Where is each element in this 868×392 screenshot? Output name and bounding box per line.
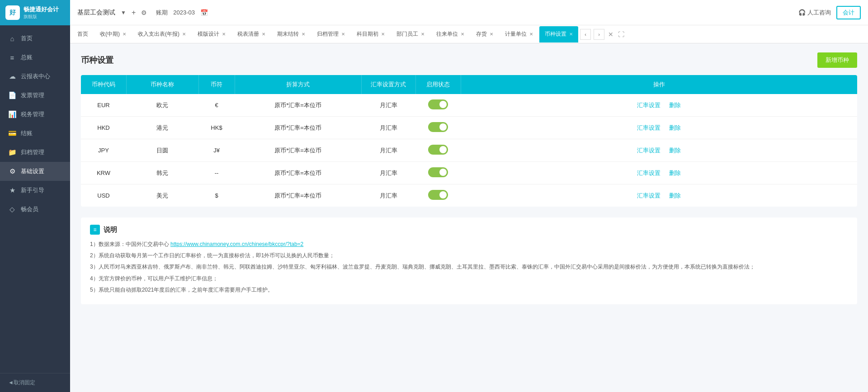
tab-close-dept[interactable]: ✕	[421, 32, 425, 37]
topbar: 基层工会测试 ▼ + ⚙ 账期 2023-03 📅 🎧 人工咨询 会计	[70, 0, 868, 25]
guide-icon: ★	[8, 186, 16, 194]
cell-action-3: 汇率设置 删除	[461, 162, 857, 184]
table-row: KRW 韩元 -- 原币*汇率=本位币 月汇率 汇率设置 删除	[81, 162, 857, 184]
tab-close-tax[interactable]: ✕	[262, 32, 265, 37]
tab-currency[interactable]: 币种设置 ✕	[539, 26, 578, 43]
help-button[interactable]: 🎧 人工咨询	[798, 9, 831, 17]
add-button[interactable]: +	[132, 9, 136, 17]
delete-link-2[interactable]: 删除	[669, 147, 681, 154]
tab-close-period[interactable]: ✕	[123, 32, 126, 37]
cell-symbol-1: HK$	[198, 117, 235, 139]
tab-template[interactable]: 模版设计 ✕	[192, 26, 231, 43]
rate-setting-link-1[interactable]: 汇率设置	[637, 124, 660, 131]
tab-tax[interactable]: 税表清册 ✕	[232, 26, 271, 43]
delete-link-1[interactable]: 删除	[669, 124, 681, 131]
cell-code-4: USD	[81, 184, 126, 207]
toggle-switch-3[interactable]	[428, 167, 448, 177]
tab-close-partner[interactable]: ✕	[461, 32, 464, 37]
tab-close-unit[interactable]: ✕	[529, 32, 533, 37]
rate-setting-link-2[interactable]: 汇率设置	[637, 147, 660, 154]
note-item: 3）人民币对马来西亚林吉特、俄罗斯卢布、南非兰特、韩元、阿联酋迪拉姆、沙特里亚尔…	[90, 263, 848, 271]
headset-icon: 🎧	[798, 9, 806, 16]
tab-closing[interactable]: 期末结转 ✕	[272, 26, 311, 43]
toggle-switch-2[interactable]	[428, 145, 448, 155]
tab-income[interactable]: 收入支出表(年报) ✕	[132, 26, 191, 43]
cell-action-4: 汇率设置 删除	[461, 184, 857, 207]
topbar-right: 🎧 人工咨询 会计	[798, 6, 861, 19]
rate-setting-link-3[interactable]: 汇率设置	[637, 170, 660, 176]
cell-rate-type-4: 月汇率	[361, 184, 415, 207]
tab-archive[interactable]: 归档管理 ✕	[311, 26, 350, 43]
tab-close-template[interactable]: ✕	[222, 32, 226, 37]
rate-setting-link-4[interactable]: 汇率设置	[637, 192, 660, 199]
tab-nav-prev[interactable]: ‹	[580, 29, 591, 40]
page-header: 币种设置 新增币种	[81, 52, 857, 68]
tab-subject[interactable]: 科目期初 ✕	[351, 26, 390, 43]
header-code: 币种代码	[81, 75, 126, 94]
sidebar-item-settings[interactable]: ⚙ 基础设置	[0, 162, 70, 181]
sidebar-item-archive[interactable]: 📁 归档管理	[0, 143, 70, 162]
tab-dept[interactable]: 部门员工 ✕	[391, 26, 430, 43]
sidebar-item-tax[interactable]: 📊 税务管理	[0, 105, 70, 124]
content-area: 币种设置 新增币种 币种代码 币种名称 币符 折算方式 汇率设置方式 启用状态 …	[70, 43, 868, 392]
tab-close-subject[interactable]: ✕	[381, 32, 385, 37]
sidebar-item-ledger[interactable]: ≡ 总账	[0, 48, 70, 67]
logo-text: 畅捷通好会计 旗舰版	[24, 5, 59, 20]
cell-symbol-4: $	[198, 184, 235, 207]
header-action: 操作	[461, 75, 857, 94]
external-link[interactable]: https://www.chinamoney.com.cn/chinese/bk…	[170, 241, 303, 247]
table-row: HKD 港元 HK$ 原币*汇率=本位币 月汇率 汇率设置 删除	[81, 117, 857, 139]
toggle-switch-1[interactable]	[428, 122, 448, 132]
sidebar-item-reports[interactable]: ☁ 云报表中心	[0, 67, 70, 86]
new-currency-button[interactable]: 新增币种	[817, 52, 857, 68]
delete-link-4[interactable]: 删除	[669, 192, 681, 199]
tab-inventory[interactable]: 存货 ✕	[471, 26, 499, 43]
sidebar-item-invoice[interactable]: 📄 发票管理	[0, 86, 70, 105]
rate-setting-link-0[interactable]: 汇率设置	[637, 102, 660, 109]
close-all-tabs[interactable]: ✕	[606, 29, 615, 40]
sidebar-item-member[interactable]: ◇ 畅会员	[0, 200, 70, 219]
unpin-button[interactable]: ◄取消固定	[0, 373, 70, 392]
tab-period[interactable]: 收(中期) ✕	[94, 26, 132, 43]
cell-status-1	[415, 117, 461, 139]
cell-method-1: 原币*汇率=本位币	[235, 117, 361, 139]
notes-icon: ≡	[90, 225, 100, 235]
delete-link-3[interactable]: 删除	[669, 170, 681, 176]
cell-status-3	[415, 162, 461, 184]
calendar-icon[interactable]: 📅	[200, 9, 208, 16]
table-body: EUR 欧元 € 原币*汇率=本位币 月汇率 汇率设置 删除 HKD 港元 HK…	[81, 94, 857, 207]
delete-link-0[interactable]: 删除	[669, 102, 681, 109]
tab-partner[interactable]: 往来单位 ✕	[431, 26, 470, 43]
main-area: 基层工会测试 ▼ + ⚙ 账期 2023-03 📅 🎧 人工咨询 会计 首页 收…	[70, 0, 868, 392]
tab-close-archive[interactable]: ✕	[341, 32, 345, 37]
toggle-switch-0[interactable]	[428, 99, 448, 109]
cell-rate-type-2: 月汇率	[361, 139, 415, 162]
cell-code-3: KRW	[81, 162, 126, 184]
account-button[interactable]: 会计	[836, 6, 861, 19]
sidebar-item-home[interactable]: ⌂ 首页	[0, 29, 70, 48]
expand-tab-icon[interactable]: ⛶	[616, 29, 626, 40]
tab-nav-next[interactable]: ›	[594, 29, 604, 40]
tab-close-income[interactable]: ✕	[182, 32, 186, 37]
tab-close-currency[interactable]: ✕	[569, 32, 573, 37]
tax-icon: 📊	[8, 110, 16, 118]
sidebar-item-guide[interactable]: ★ 新手引导	[0, 181, 70, 200]
settings-gear-icon[interactable]: ⚙	[141, 9, 147, 16]
tab-unit[interactable]: 计量单位 ✕	[500, 26, 538, 43]
sidebar-item-settlement[interactable]: 💳 结账	[0, 124, 70, 143]
cell-method-3: 原币*汇率=本位币	[235, 162, 361, 184]
toggle-switch-4[interactable]	[428, 190, 448, 200]
cell-status-0	[415, 94, 461, 117]
cell-code-2: JPY	[81, 139, 126, 162]
company-dropdown-icon[interactable]: ▼	[121, 9, 126, 16]
tab-home[interactable]: 首页	[72, 26, 94, 43]
cell-symbol-0: €	[198, 94, 235, 117]
note-item: 1）数据来源：中国外汇交易中心 https://www.chinamoney.c…	[90, 240, 848, 249]
page-title: 币种设置	[81, 55, 113, 66]
tab-close-inventory[interactable]: ✕	[490, 32, 493, 37]
tab-close-closing[interactable]: ✕	[302, 32, 305, 37]
notes-section: ≡ 说明 1）数据来源：中国外汇交易中心 https://www.chinamo…	[81, 217, 857, 304]
tabbar: 首页 收(中期) ✕ 收入支出表(年报) ✕ 模版设计 ✕ 税表清册 ✕ 期末结…	[70, 25, 868, 43]
archive-icon: 📁	[8, 148, 16, 156]
cell-name-3: 韩元	[126, 162, 198, 184]
